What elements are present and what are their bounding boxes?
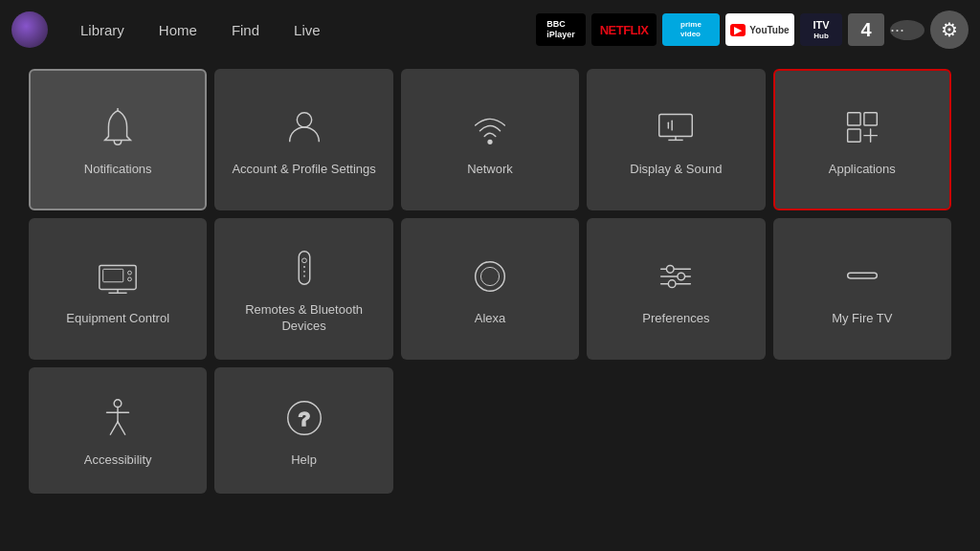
tile-equipment-label: Equipment Control (58, 311, 177, 327)
tile-remotes-bluetooth[interactable]: Remotes & Bluetooth Devices (214, 218, 392, 360)
app-youtube[interactable]: ▶ YouTube (725, 13, 794, 46)
tile-network[interactable]: Network (401, 69, 579, 210)
svg-point-15 (128, 271, 132, 275)
tile-account-label: Account & Profile Settings (224, 162, 383, 178)
tile-accessibility[interactable]: Accessibility (29, 367, 207, 494)
tile-help[interactable]: ? Help (214, 367, 392, 494)
display-icon (651, 102, 701, 152)
wifi-icon (465, 102, 515, 152)
nav-live[interactable]: Live (277, 16, 338, 44)
svg-rect-8 (847, 128, 859, 141)
avatar[interactable] (11, 11, 48, 48)
tile-accessibility-label: Accessibility (77, 452, 160, 469)
nav-home[interactable]: Home (142, 16, 214, 44)
svg-point-22 (476, 261, 505, 291)
svg-rect-3 (659, 114, 693, 136)
svg-point-32 (114, 399, 122, 407)
more-apps-button[interactable]: ··· (890, 20, 924, 40)
tile-applications[interactable]: Applications (773, 69, 951, 210)
tile-preferences-label: Preferences (635, 311, 717, 327)
tile-firetv-label: My Fire TV (824, 311, 900, 327)
top-navigation: Library Home Find Live BBCiPlayer NETFLI… (0, 0, 980, 59)
tile-my-fire-tv[interactable]: My Fire TV (773, 218, 951, 360)
tile-remotes-label: Remotes & Bluetooth Devices (214, 302, 392, 335)
app-netflix[interactable]: NETFLIX (591, 13, 657, 46)
app-channel4[interactable]: 4 (848, 13, 884, 46)
sliders-icon (651, 252, 701, 301)
svg-point-27 (667, 265, 675, 273)
person-icon (279, 102, 329, 152)
nav-library[interactable]: Library (63, 16, 142, 44)
tile-display-sound[interactable]: Display & Sound (587, 69, 765, 210)
svg-point-29 (669, 279, 677, 287)
svg-rect-6 (847, 112, 859, 124)
help-icon: ? (279, 393, 329, 443)
tile-alexa[interactable]: Alexa (401, 218, 579, 360)
nav-find[interactable]: Find (214, 16, 277, 44)
bell-icon (93, 102, 143, 152)
svg-point-28 (678, 273, 685, 280)
remote-icon (279, 243, 329, 293)
svg-line-35 (111, 421, 119, 433)
firetv-icon (837, 252, 887, 301)
tile-network-label: Network (459, 162, 521, 178)
tile-display-label: Display & Sound (622, 162, 729, 178)
svg-rect-14 (103, 269, 123, 281)
tile-equipment-control[interactable]: Equipment Control (29, 218, 207, 360)
nav-links: Library Home Find Live (63, 16, 338, 44)
tile-help-label: Help (283, 452, 324, 469)
svg-rect-30 (847, 273, 877, 278)
tile-applications-label: Applications (821, 162, 903, 178)
settings-button[interactable]: ⚙ (930, 11, 969, 49)
svg-text:?: ? (298, 407, 310, 429)
alexa-icon (465, 252, 515, 301)
svg-line-36 (118, 421, 125, 433)
app-prime-video[interactable]: primevideo (662, 13, 720, 46)
svg-rect-7 (864, 112, 877, 124)
app-itv[interactable]: ITVHub (800, 13, 842, 46)
svg-point-18 (301, 258, 306, 263)
svg-point-1 (297, 112, 311, 126)
svg-point-16 (128, 277, 132, 281)
tv-icon (93, 252, 143, 301)
app-icons-bar: BBCiPlayer NETFLIX primevideo ▶ YouTube … (536, 11, 969, 49)
svg-point-2 (488, 140, 492, 143)
accessibility-icon (93, 393, 143, 443)
tile-alexa-label: Alexa (467, 311, 514, 327)
tile-account-profile[interactable]: Account & Profile Settings (214, 69, 392, 210)
tile-notifications[interactable]: Notifications (29, 69, 207, 210)
app-bbc-iplayer[interactable]: BBCiPlayer (536, 13, 586, 46)
tile-preferences[interactable]: Preferences (587, 218, 765, 360)
svg-point-23 (480, 267, 499, 285)
settings-grid: Notifications Account & Profile Settings… (0, 59, 980, 503)
apps-icon (837, 102, 887, 152)
tile-notifications-label: Notifications (77, 162, 160, 178)
